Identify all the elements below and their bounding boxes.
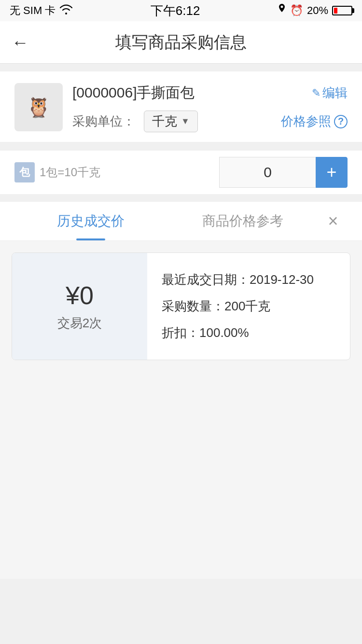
battery-icon [332, 6, 352, 15]
unit-value: 千克 [152, 113, 177, 130]
price-trade-count: 交易2次 [57, 315, 102, 332]
recent-date-value: 2019-12-30 [250, 272, 314, 287]
location-icon [278, 4, 286, 17]
discount-row: 折扣：100.00% [162, 323, 335, 342]
price-right: 最近成交日期：2019-12-30 采购数量：200千克 折扣：100.00% [147, 253, 350, 360]
purchase-qty-row: 采购数量：200千克 [162, 297, 335, 316]
battery-percent: 20% [307, 4, 328, 17]
unit-box: 包 [14, 162, 35, 182]
status-bar: 无 SIM 卡 下午6:12 ⏰ 20% [0, 0, 362, 21]
tab-reference[interactable]: 商品价格参考 [167, 202, 319, 240]
price-ref-button[interactable]: 价格参照 ? [281, 113, 348, 130]
edit-label: 编辑 [322, 84, 348, 101]
tabs-container: 历史成交价 商品价格参考 × [0, 202, 362, 241]
tab-history[interactable]: 历史成交价 [14, 202, 167, 240]
tab-history-label: 历史成交价 [57, 212, 125, 230]
tab-active-indicator [76, 238, 105, 240]
edit-button[interactable]: ✎ 编辑 [312, 84, 348, 101]
quantity-unit-info: 包 1包=10千克 [14, 162, 100, 182]
close-button[interactable]: × [319, 202, 348, 240]
quantity-input-row: 0 + [219, 157, 348, 188]
alarm-icon: ⏰ [290, 4, 303, 17]
sim-text: 无 SIM 卡 [10, 3, 56, 18]
quantity-input[interactable]: 0 [219, 157, 316, 188]
status-left: 无 SIM 卡 [10, 3, 73, 18]
purchase-qty-value: 200千克 [224, 299, 270, 313]
price-ref-label: 价格参照 [281, 113, 331, 130]
quantity-plus-button[interactable]: + [316, 157, 348, 188]
price-amount: ¥0 [66, 281, 94, 310]
content-area: ¥0 交易2次 最近成交日期：2019-12-30 采购数量：200千克 折扣：… [0, 241, 362, 579]
back-button[interactable]: ← [12, 32, 29, 53]
edit-icon: ✎ [312, 87, 320, 99]
discount-label: 折扣： [162, 325, 199, 340]
unit-desc: 1包=10千克 [40, 165, 100, 180]
purchase-qty-label: 采购数量： [162, 299, 224, 313]
divider-1 [0, 142, 362, 150]
unit-label: 采购单位： [72, 113, 135, 130]
recent-date-label: 最近成交日期： [162, 272, 250, 287]
unit-select[interactable]: 千克 ▼ [144, 111, 198, 132]
tab-reference-label: 商品价格参考 [202, 212, 283, 230]
page-title: 填写商品采购信息 [115, 31, 247, 54]
nav-bar: ← 填写商品采购信息 [0, 21, 362, 64]
price-left: ¥0 交易2次 [12, 253, 147, 360]
recent-date-row: 最近成交日期：2019-12-30 [162, 270, 335, 289]
product-info: [0000006]手撕面包 ✎ 编辑 采购单位： 千克 ▼ 价格参照 ? [72, 83, 348, 132]
product-image: 🦉 [14, 83, 63, 131]
product-name: [0000006]手撕面包 [72, 83, 195, 103]
unit-arrow-icon: ▼ [181, 116, 190, 126]
status-time: 下午6:12 [151, 2, 200, 19]
product-logo: 🦉 [27, 96, 51, 119]
status-right: ⏰ 20% [278, 4, 352, 17]
wifi-icon [59, 4, 73, 17]
product-card: 🦉 [0000006]手撕面包 ✎ 编辑 采购单位： 千克 ▼ [0, 71, 362, 142]
divider-2 [0, 194, 362, 202]
discount-value: 100.00% [199, 325, 249, 340]
price-card: ¥0 交易2次 最近成交日期：2019-12-30 采购数量：200千克 折扣：… [12, 252, 350, 360]
quantity-bar: 包 1包=10千克 0 + [0, 151, 362, 194]
help-icon: ? [334, 115, 348, 128]
